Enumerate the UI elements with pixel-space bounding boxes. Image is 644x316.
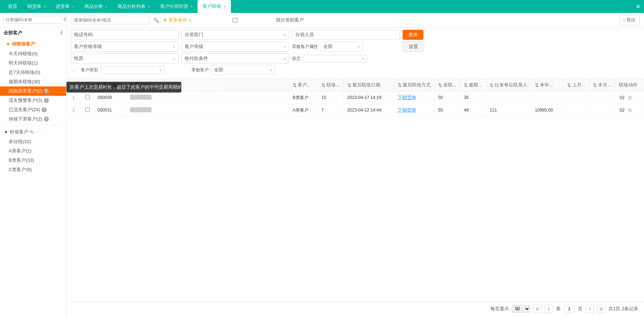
phone-action-icon[interactable]: ☎: [619, 107, 625, 113]
tab-product-analysis[interactable]: 商品分析 ×: [79, 0, 112, 13]
payment-field[interactable]: 收付款条件 ∨: [181, 53, 289, 63]
row-level-1: B类客户: [289, 91, 318, 104]
tab-close-icon[interactable]: ×: [148, 4, 150, 9]
col-method-header[interactable]: ⇅ 最后联络方式: [394, 79, 434, 91]
sidebar-item-lost-warning[interactable]: 流失预警客户(3) ?: [0, 96, 66, 105]
tab-sales-order[interactable]: 销货单 ×: [22, 0, 51, 13]
export-button[interactable]: ↑ 导出: [619, 15, 640, 25]
row-select-checkbox[interactable]: [85, 95, 90, 99]
row-last-method-1: 下销货单: [394, 91, 434, 104]
collapse-icon: 《: [58, 30, 62, 36]
row-select-checkbox[interactable]: [85, 107, 90, 112]
page-label: 第: [556, 306, 561, 312]
sidebar-item-tomorrow-pending[interactable]: 明天待联络(1): [0, 58, 66, 68]
close-all-tabs-icon[interactable]: ✕: [636, 3, 640, 10]
sidebar-item-overdue-pending[interactable]: 逾期未联络(30): [0, 77, 66, 86]
tab-close-icon[interactable]: ×: [223, 4, 226, 9]
dept-field[interactable]: 分管部门 ∨: [181, 30, 289, 40]
sidebar-item-a-class[interactable]: A类客户(1): [0, 146, 66, 156]
col-uncontact-header[interactable]: ⇅ 未联...: [434, 79, 460, 91]
col-contact-header[interactable]: ⇅ 联络...: [318, 79, 343, 91]
contact-method-link[interactable]: 下销货单: [398, 95, 416, 100]
row-checkbox-1: [81, 91, 94, 104]
status-field[interactable]: ∨: [303, 55, 367, 62]
value-group-header[interactable]: ▼ 价值客户 ✎: [0, 127, 66, 137]
tab-close-icon[interactable]: ×: [190, 4, 193, 9]
col-date-header[interactable]: ⇅ 最后联络日期: [343, 79, 394, 91]
page-input[interactable]: [564, 305, 575, 312]
col-contact-person-header[interactable]: ⇅ 往来单位联系人: [486, 79, 531, 91]
col-lastmonth-header[interactable]: ⇅ 上月...: [564, 79, 589, 91]
sidebar-item-ungroup[interactable]: 未分组(32): [0, 137, 66, 146]
next-page-button[interactable]: ⟩: [585, 305, 594, 313]
prev-page-button[interactable]: ⟨: [545, 305, 553, 313]
first-page-button[interactable]: ⟨⟨: [533, 305, 542, 313]
top-navigation: 首页 销货单 × 进货单 × 商品分析 × 商品分析列表 × 客户分层经营 × …: [0, 0, 644, 13]
status-label: 状态: [292, 56, 301, 62]
filter-bar: 🔍 ▼ 更多条件 ∧ 我分管的客户 ↑ 导出: [66, 13, 644, 28]
sidebar-item-lost[interactable]: 已流失客户(24) ?: [0, 105, 66, 114]
row-contact-count-2: 7: [318, 104, 343, 117]
contact-method-link[interactable]: 下销货单: [398, 107, 416, 113]
last-page-button[interactable]: ⟩⟩: [597, 305, 606, 313]
per-page-select[interactable]: 50 100 200: [512, 305, 530, 313]
category-search-input[interactable]: [3, 16, 62, 24]
filter-row-1: 电话号码 分管部门 ∨ 分管人员 ··· 查询: [71, 30, 640, 40]
row-contact-person-2: 111: [486, 104, 531, 117]
sidebar-search-icon[interactable]: 🔍: [63, 17, 66, 23]
tooltip: 距客户上次交易时长，超过了此客户的平均交易周期的1.5倍，则视为异常。: [66, 82, 181, 93]
row-year-1: [531, 91, 564, 104]
customer-name-blur: [130, 95, 152, 100]
main-layout: 🔍 全部客户 《 ▼ 待联络客户 今天待联络(0) 明天待联络(1) 近7天待联…: [0, 13, 644, 316]
chevron-down-icon: ∨: [283, 45, 286, 49]
row-lastmonth-2: [564, 104, 589, 117]
manager-field[interactable]: 分管人员 ···: [292, 30, 400, 40]
tab-purchase[interactable]: 进货单 ×: [51, 0, 79, 13]
row-name-2: [126, 104, 289, 117]
sidebar-item-repurchase-abnormal[interactable]: 回购异常客户(2) ?: [0, 86, 66, 96]
sidebar-item-declining[interactable]: 持续下滑客户(2) ?: [0, 114, 66, 124]
pending-group-header[interactable]: ▼ 待联络客户: [0, 39, 66, 49]
sort-icon: ⇅: [293, 82, 297, 88]
sidebar-item-b-class[interactable]: B类客户(33): [0, 156, 66, 165]
col-level-header[interactable]: ⇅ 客户...: [289, 79, 318, 91]
more-action-icon[interactable]: ⊞: [628, 95, 632, 100]
sidebar-item-7days-pending[interactable]: 近7天待联络(0): [0, 68, 66, 77]
content-area: 🔍 ▼ 更多条件 ∧ 我分管的客户 ↑ 导出 电话号码: [66, 13, 644, 316]
more-action-icon[interactable]: ⊞: [628, 107, 632, 113]
settings-button[interactable]: 设置: [403, 41, 424, 52]
price-level-field[interactable]: 客户价格等级 ∨: [71, 42, 179, 52]
more-conditions-button[interactable]: ▼ 更多条件 ∧: [163, 17, 192, 23]
more-options-button[interactable]: ...: [71, 67, 74, 72]
retail-attr-field[interactable]: 全部 ∨: [320, 42, 363, 52]
filter-icon: ▼: [163, 18, 167, 23]
edit-icon[interactable]: ✎: [30, 129, 34, 135]
tab-home[interactable]: 首页: [3, 0, 22, 13]
tab-close-icon[interactable]: ×: [43, 4, 46, 9]
phone-action-icon[interactable]: ☎: [619, 95, 625, 100]
customer-type-field[interactable]: ∨: [100, 66, 165, 74]
phone-field[interactable]: 电话号码: [71, 30, 179, 40]
sidebar-item-today-pending[interactable]: 今天待联络(0): [0, 49, 66, 58]
retail-attr-label: 零散客户属性: [292, 44, 318, 50]
tab-close-icon[interactable]: ×: [105, 4, 107, 9]
query-button[interactable]: 查询: [403, 30, 423, 40]
gender-field[interactable]: 性质 ∨: [71, 53, 179, 63]
arrow-icon: ▼: [4, 129, 8, 135]
search-input[interactable]: [71, 16, 150, 24]
row-contact-count-1: 15: [318, 91, 343, 104]
tab-customer-segment[interactable]: 客户分层经营 ×: [155, 0, 198, 13]
tab-product-analysis-list[interactable]: 商品分析列表 ×: [112, 0, 155, 13]
filter-row-3: 性质 ∨ 收付款条件 ∨ 状态 ∨: [71, 53, 640, 63]
all-customers-header[interactable]: 全部客户 《: [0, 27, 66, 39]
col-year-header[interactable]: ⇅ 本年...: [531, 79, 564, 91]
my-customers-checkbox[interactable]: [195, 18, 274, 23]
tab-customer-contact[interactable]: 客户联络 ×: [198, 0, 231, 13]
col-curmonth-header[interactable]: ⇅ 本月...: [589, 79, 615, 91]
customer-level-field[interactable]: 客户等级 ∨: [181, 42, 289, 52]
sidebar-item-c-class[interactable]: C类客户(6): [0, 165, 66, 174]
col-overdue-header[interactable]: ⇅ 逾期...: [460, 79, 486, 91]
tab-close-icon[interactable]: ×: [72, 4, 74, 9]
filter-search-icon[interactable]: 🔍: [153, 18, 159, 23]
retail-customer-field[interactable]: 全部 ∨: [211, 65, 275, 75]
